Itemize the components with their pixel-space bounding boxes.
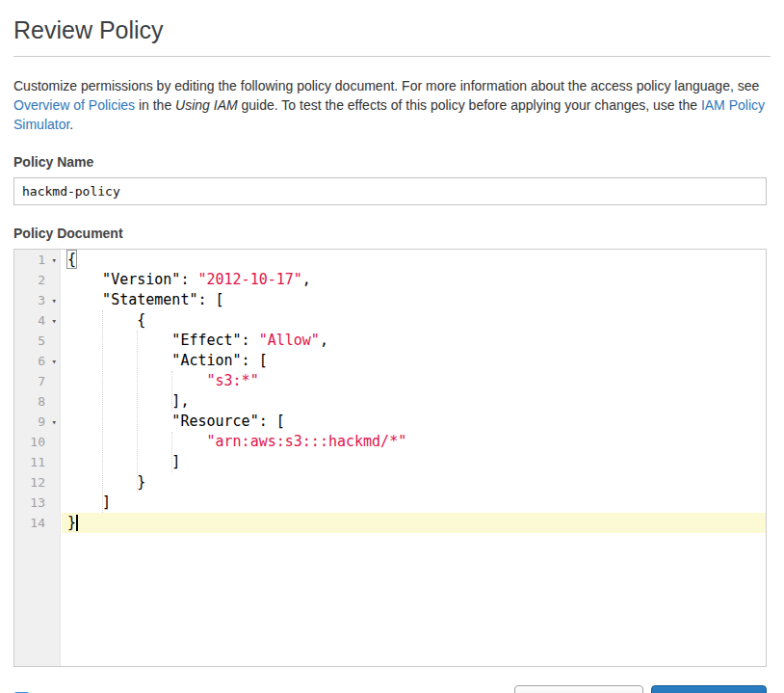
code-token: { bbox=[67, 251, 76, 268]
code-token: "Version": bbox=[67, 271, 197, 288]
editor-gutter: 1▾23▾4▾56▾789▾1011121314 bbox=[14, 250, 61, 666]
page-title: Review Policy bbox=[13, 15, 771, 44]
policy-document-label: Policy Document bbox=[13, 226, 771, 241]
line-number: 12 bbox=[30, 475, 45, 490]
line-number: 7 bbox=[38, 374, 45, 388]
code-token: } bbox=[67, 514, 76, 531]
code-string-token: "arn:aws:s3:::hackmd/*" bbox=[207, 433, 407, 450]
policy-editor[interactable]: 1▾23▾4▾56▾789▾1011121314 { "Version": "2… bbox=[13, 249, 767, 667]
line-number: 8 bbox=[38, 394, 45, 409]
intro-text: Customize permissions by editing the fol… bbox=[13, 76, 767, 134]
using-iam-guide-name: Using IAM bbox=[175, 97, 238, 113]
code-line[interactable]: } bbox=[62, 513, 766, 533]
fold-caret-icon[interactable]: ▾ bbox=[52, 311, 57, 332]
fold-caret-icon[interactable]: ▾ bbox=[52, 291, 57, 311]
editor-code[interactable]: { "Version": "2012-10-17", "Statement": … bbox=[62, 250, 766, 666]
overview-of-policies-link[interactable]: Overview of Policies bbox=[13, 97, 135, 113]
line-number: 4 bbox=[38, 313, 45, 328]
code-line[interactable]: "Version": "2012-10-17", bbox=[62, 270, 766, 290]
gutter-line: 11 bbox=[14, 452, 60, 472]
line-number: 13 bbox=[30, 495, 45, 510]
code-line[interactable]: "arn:aws:s3:::hackmd/*" bbox=[62, 432, 766, 452]
code-line[interactable]: "Action": [ bbox=[62, 351, 766, 371]
gutter-line: 13 bbox=[14, 493, 60, 513]
intro-part1: Customize permissions by editing the fol… bbox=[13, 78, 759, 93]
fold-caret-icon[interactable]: ▾ bbox=[52, 251, 57, 271]
code-line[interactable]: ], bbox=[62, 391, 766, 412]
code-line[interactable]: "s3:*" bbox=[62, 371, 766, 391]
line-number: 9 bbox=[38, 414, 45, 429]
code-string-token: "2012-10-17" bbox=[197, 271, 301, 288]
gutter-line: 3▾ bbox=[14, 290, 60, 310]
code-token: , bbox=[320, 332, 328, 349]
code-token: "Resource": [ bbox=[67, 413, 285, 430]
code-token: ] bbox=[67, 453, 180, 470]
text-cursor bbox=[76, 515, 78, 531]
footer-bar: ✓ Use autoformatting for policy editing … bbox=[13, 685, 767, 693]
code-string-token: "s3:*" bbox=[207, 372, 259, 389]
line-number: 14 bbox=[30, 516, 45, 530]
gutter-line: 14 bbox=[14, 513, 60, 533]
code-line[interactable]: "Statement": [ bbox=[62, 290, 766, 310]
intro-part3: guide. To test the effects of this polic… bbox=[238, 97, 701, 113]
gutter-line: 5 bbox=[14, 331, 60, 351]
code-line[interactable]: "Effect": "Allow", bbox=[62, 331, 766, 351]
apply-policy-button[interactable]: Apply Policy bbox=[651, 685, 767, 693]
code-token: , bbox=[302, 271, 311, 288]
code-line[interactable]: ] bbox=[62, 452, 766, 472]
line-number: 5 bbox=[38, 333, 45, 348]
code-token: } bbox=[67, 473, 145, 491]
intro-part2: in the bbox=[135, 97, 175, 113]
line-number: 6 bbox=[38, 354, 45, 368]
line-number: 10 bbox=[30, 435, 45, 449]
line-number: 1 bbox=[38, 253, 45, 267]
code-token: ], bbox=[67, 392, 189, 410]
gutter-line: 7 bbox=[14, 371, 60, 391]
fold-caret-icon[interactable]: ▾ bbox=[52, 413, 57, 433]
code-token bbox=[67, 372, 207, 389]
policy-name-label: Policy Name bbox=[13, 154, 771, 170]
line-number: 2 bbox=[38, 273, 45, 287]
code-token bbox=[67, 433, 207, 450]
action-buttons: Cancel Validate Policy Apply Policy bbox=[446, 685, 767, 693]
code-token: "Action": [ bbox=[67, 352, 268, 369]
code-line[interactable]: { bbox=[62, 250, 766, 270]
gutter-line: 9▾ bbox=[14, 412, 60, 432]
code-string-token: "Allow" bbox=[259, 332, 320, 349]
code-token: "Effect": bbox=[67, 332, 259, 349]
gutter-line: 4▾ bbox=[14, 310, 60, 331]
code-token: "Statement": [ bbox=[67, 291, 224, 308]
fold-caret-icon[interactable]: ▾ bbox=[52, 352, 57, 372]
line-number: 3 bbox=[38, 293, 45, 307]
title-divider bbox=[13, 56, 771, 57]
gutter-line: 6▾ bbox=[14, 351, 60, 371]
code-line[interactable]: { bbox=[62, 310, 766, 331]
code-token: ] bbox=[67, 493, 111, 511]
code-token: { bbox=[67, 311, 145, 329]
code-line[interactable]: } bbox=[62, 472, 766, 493]
gutter-line: 1▾ bbox=[14, 250, 60, 270]
line-number: 11 bbox=[30, 455, 45, 469]
code-line[interactable]: ] bbox=[62, 493, 766, 513]
validate-policy-button[interactable]: Validate Policy bbox=[514, 685, 643, 693]
policy-name-input[interactable] bbox=[13, 177, 767, 205]
intro-part4: . bbox=[69, 117, 73, 132]
gutter-line: 2 bbox=[14, 270, 60, 290]
gutter-line: 8 bbox=[14, 391, 60, 412]
gutter-line: 10 bbox=[14, 432, 60, 452]
gutter-line: 12 bbox=[14, 472, 60, 493]
code-line[interactable]: "Resource": [ bbox=[62, 412, 766, 432]
review-policy-page: Review Policy Customize permissions by e… bbox=[0, 0, 784, 693]
